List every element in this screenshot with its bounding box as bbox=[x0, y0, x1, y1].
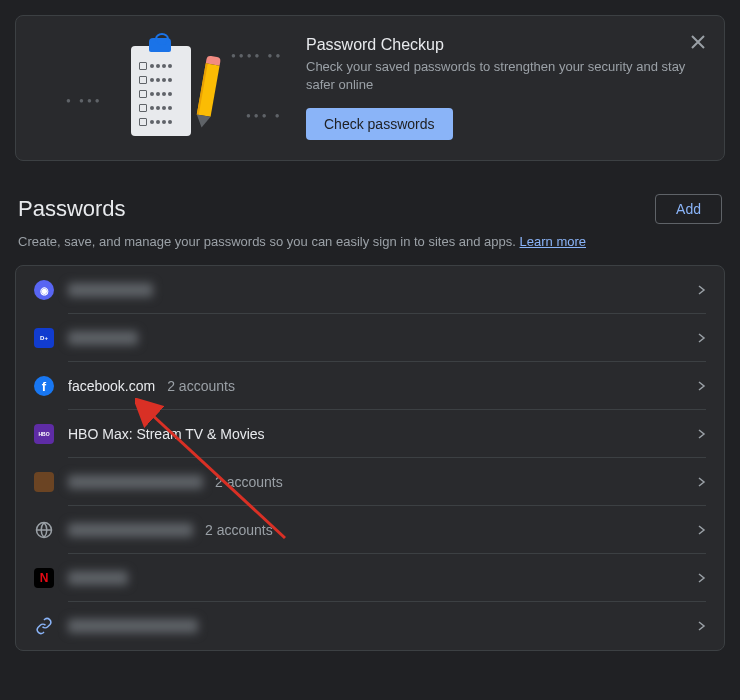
site-name: example-site.com bbox=[68, 475, 203, 489]
site-name: disneyplus bbox=[68, 331, 138, 345]
password-row[interactable]: HBO HBO Max: Stream TV & Movies bbox=[16, 410, 724, 458]
page-title: Passwords bbox=[18, 196, 126, 222]
netflix-icon: N bbox=[34, 568, 54, 588]
site-name: discord.com bbox=[68, 283, 153, 297]
chevron-right-icon bbox=[698, 281, 706, 299]
chevron-right-icon bbox=[698, 425, 706, 443]
add-button[interactable]: Add bbox=[655, 194, 722, 224]
link-icon bbox=[34, 616, 54, 636]
password-checkup-card: ● ●●● ●●●● ●● ●●● ● Password Checkup Che… bbox=[15, 15, 725, 161]
chevron-right-icon bbox=[698, 617, 706, 635]
chevron-right-icon bbox=[698, 569, 706, 587]
password-list: ◉ discord.com D+ disneyplus f facebook.c… bbox=[15, 265, 725, 651]
password-row[interactable]: linked-account.com bbox=[16, 602, 724, 650]
password-row[interactable]: D+ disneyplus bbox=[16, 314, 724, 362]
site-name: linked-account.com bbox=[68, 619, 198, 633]
site-name: netflix bbox=[68, 571, 128, 585]
checkup-description: Check your saved passwords to strengthen… bbox=[306, 58, 704, 94]
password-row[interactable]: another-site.com 2 accounts bbox=[16, 506, 724, 554]
checkup-illustration: ● ●●● ●●●● ●● ●●● ● bbox=[36, 36, 296, 136]
check-passwords-button[interactable]: Check passwords bbox=[306, 108, 453, 140]
account-count: 2 accounts bbox=[205, 522, 273, 538]
password-row[interactable]: f facebook.com 2 accounts bbox=[16, 362, 724, 410]
disney-icon: D+ bbox=[34, 328, 54, 348]
password-row[interactable]: N netflix bbox=[16, 554, 724, 602]
globe-icon bbox=[34, 520, 54, 540]
section-description: Create, save, and manage your passwords … bbox=[0, 234, 740, 265]
account-count: 2 accounts bbox=[167, 378, 235, 394]
section-header: Passwords Add bbox=[0, 176, 740, 234]
chevron-right-icon bbox=[698, 473, 706, 491]
site-name: facebook.com bbox=[68, 378, 155, 394]
discord-icon: ◉ bbox=[34, 280, 54, 300]
chevron-right-icon bbox=[698, 329, 706, 347]
generic1-icon bbox=[34, 472, 54, 492]
pencil-icon bbox=[195, 55, 221, 126]
account-count: 2 accounts bbox=[215, 474, 283, 490]
password-row[interactable]: ◉ discord.com bbox=[16, 266, 724, 314]
hbo-icon: HBO bbox=[34, 424, 54, 444]
learn-more-link[interactable]: Learn more bbox=[520, 234, 586, 249]
clipboard-icon bbox=[131, 46, 191, 136]
facebook-icon: f bbox=[34, 376, 54, 396]
site-name: another-site.com bbox=[68, 523, 193, 537]
chevron-right-icon bbox=[698, 521, 706, 539]
chevron-right-icon bbox=[698, 377, 706, 395]
checkup-title: Password Checkup bbox=[306, 36, 704, 54]
close-icon[interactable] bbox=[686, 30, 710, 59]
site-name: HBO Max: Stream TV & Movies bbox=[68, 426, 265, 442]
password-row[interactable]: example-site.com 2 accounts bbox=[16, 458, 724, 506]
